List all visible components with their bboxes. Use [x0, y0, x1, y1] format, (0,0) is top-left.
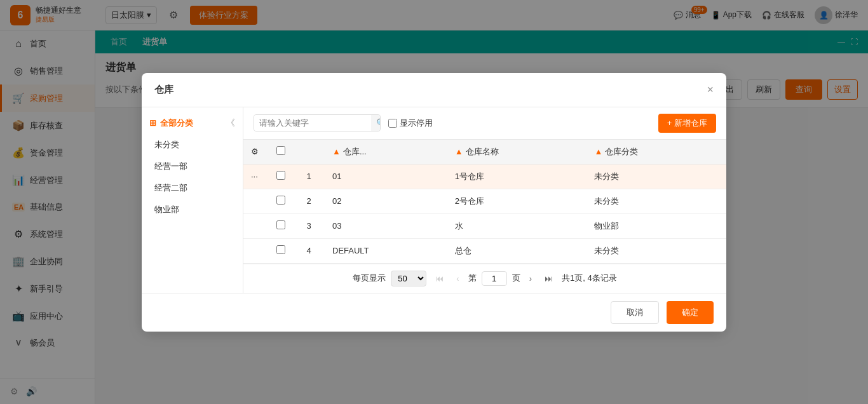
table-head: ⚙ ▲仓库... ▲仓库名称 ▲仓库分类: [243, 140, 726, 165]
row-checkbox-3[interactable]: [269, 213, 293, 238]
row-action-4: [243, 238, 269, 263]
table-row[interactable]: 2 02 2号仓库 未分类: [243, 189, 726, 213]
per-page-label: 每页显示: [353, 273, 386, 284]
th-code: ▲仓库...: [325, 140, 447, 165]
show-disabled-text: 显示停用: [400, 118, 433, 129]
modal-main: 🔍 显示停用 + 新增仓库 ⚙: [243, 107, 726, 293]
row-num-3: 3: [293, 213, 325, 238]
page-prefix-label: 第: [468, 273, 477, 284]
table-header-row: ⚙ ▲仓库... ▲仓库名称 ▲仓库分类: [243, 140, 726, 165]
row-name-4: 总仓: [447, 238, 587, 263]
row-action-2: [243, 189, 269, 213]
cat-item-label-dept2: 经营二部: [154, 183, 187, 192]
page-number-input[interactable]: [482, 271, 507, 286]
modal-header: 仓库 ×: [142, 73, 726, 107]
cat-header: ⊞ 全部分类 《: [142, 112, 243, 134]
select-all-checkbox[interactable]: [276, 146, 285, 155]
per-page-select[interactable]: 50 100 200: [391, 271, 426, 286]
row-name-1: 1号仓库: [447, 164, 587, 189]
cat-item-uncategorized[interactable]: 未分类: [142, 134, 243, 156]
search-box: 🔍: [254, 114, 381, 131]
cat-item-dept2[interactable]: 经营二部: [142, 177, 243, 199]
warehouse-modal: 仓库 × ⊞ 全部分类 《 未分类 经营一部: [142, 73, 726, 332]
modal-overlay[interactable]: 仓库 × ⊞ 全部分类 《 未分类 经营一部: [0, 0, 868, 404]
th-name: ▲仓库名称: [447, 140, 587, 165]
row-name-3: 水: [447, 213, 587, 238]
row-num-4: 4: [293, 238, 325, 263]
show-disabled-checkbox[interactable]: [388, 119, 397, 128]
cat-all-label: 全部分类: [160, 118, 193, 129]
cat-item-label: 未分类: [154, 140, 179, 149]
row-cat-2: 未分类: [587, 189, 726, 213]
cat-collapse-icon[interactable]: 《: [226, 118, 235, 129]
first-page-btn[interactable]: ⏮: [431, 273, 447, 285]
search-input[interactable]: [254, 115, 371, 131]
grid-icon: ⊞: [149, 118, 156, 128]
row-checkbox-1[interactable]: [269, 164, 293, 189]
table-row[interactable]: 4 DEFAULT 总仓 未分类: [243, 238, 726, 263]
page-suffix-label: 页: [512, 273, 520, 284]
row-name-2: 2号仓库: [447, 189, 587, 213]
th-check: [269, 140, 293, 165]
show-disabled-label[interactable]: 显示停用: [388, 118, 433, 129]
last-page-btn[interactable]: ⏭: [541, 273, 557, 285]
cat-all-item[interactable]: ⊞ 全部分类: [149, 118, 193, 129]
next-page-btn[interactable]: ›: [526, 273, 536, 285]
confirm-button[interactable]: 确定: [667, 301, 714, 324]
category-sidebar: ⊞ 全部分类 《 未分类 经营一部 经营二部 物业部: [142, 107, 243, 293]
total-label: 共1页, 4条记录: [562, 273, 617, 284]
cat-item-dept1[interactable]: 经营一部: [142, 156, 243, 177]
warehouse-table: ⚙ ▲仓库... ▲仓库名称 ▲仓库分类 ···: [243, 140, 726, 264]
modal-table-wrap: ⚙ ▲仓库... ▲仓库名称 ▲仓库分类 ···: [243, 140, 726, 264]
row-action: ···: [243, 164, 269, 189]
pagination: 每页显示 50 100 200 ⏮ ‹ 第 页 › ⏭ 共1页, 4条记录: [243, 264, 726, 293]
modal-body: ⊞ 全部分类 《 未分类 经营一部 经营二部 物业部: [142, 107, 726, 293]
modal-footer: 取消 确定: [142, 293, 726, 332]
cancel-button[interactable]: 取消: [611, 301, 659, 324]
th-index: [293, 140, 325, 165]
search-icon[interactable]: 🔍: [371, 115, 381, 131]
row-checkbox-2[interactable]: [269, 189, 293, 213]
table-row[interactable]: ··· 1 01 1号仓库 未分类: [243, 164, 726, 189]
row-cat-3: 物业部: [587, 213, 726, 238]
row-action-3: [243, 213, 269, 238]
row-checkbox-4[interactable]: [269, 238, 293, 263]
modal-title: 仓库: [154, 84, 173, 96]
cat-item-property[interactable]: 物业部: [142, 199, 243, 220]
row-num-2: 2: [293, 189, 325, 213]
row-code-1: 01: [325, 164, 447, 189]
th-category: ▲仓库分类: [587, 140, 726, 165]
row-code-4: DEFAULT: [325, 238, 447, 263]
cat-item-label-property: 物业部: [154, 205, 179, 214]
new-warehouse-button[interactable]: + 新增仓库: [658, 114, 716, 133]
table-body: ··· 1 01 1号仓库 未分类 2 02: [243, 164, 726, 263]
row-cat-1: 未分类: [587, 164, 726, 189]
th-gear: ⚙: [243, 140, 269, 165]
row-cat-4: 未分类: [587, 238, 726, 263]
prev-page-btn[interactable]: ‹: [452, 273, 463, 285]
table-row[interactable]: 3 03 水 物业部: [243, 213, 726, 238]
cat-item-label-dept1: 经营一部: [154, 161, 187, 171]
modal-close-button[interactable]: ×: [707, 83, 714, 97]
row-code-3: 03: [325, 213, 447, 238]
row-code-2: 02: [325, 189, 447, 213]
modal-toolbar: 🔍 显示停用 + 新增仓库: [243, 107, 726, 140]
row-num-1: 1: [293, 164, 325, 189]
